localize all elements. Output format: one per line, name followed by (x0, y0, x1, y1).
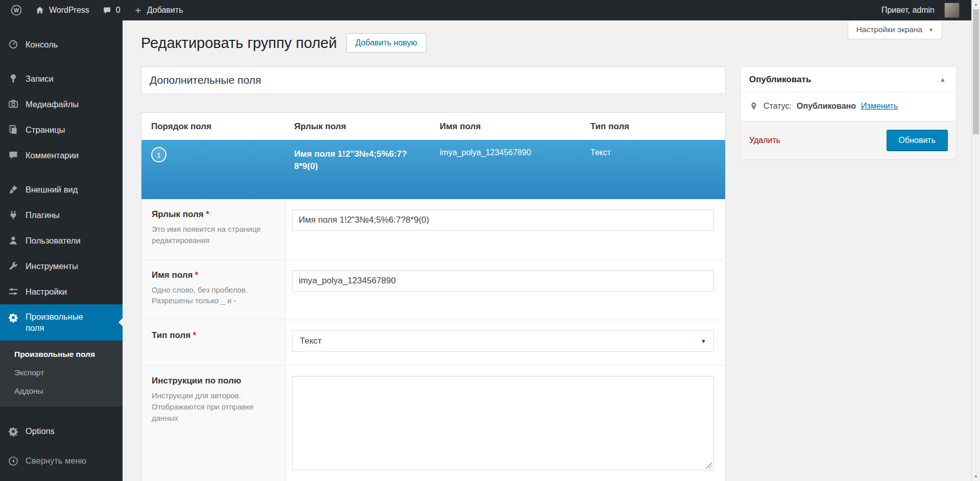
comments-shortcut[interactable]: 0 (96, 0, 127, 20)
editor-column: Порядок поля Ярлык поля Имя поля Тип пол… (141, 66, 726, 481)
sidebar-item-dashboard[interactable]: Консоль (0, 32, 123, 57)
main-content: Настройки экрана ▼ Редактировать группу … (123, 20, 971, 481)
site-name-link[interactable]: WordPress (29, 0, 96, 20)
gear-icon (8, 426, 19, 437)
publishing-actions: Удалить Обновить (741, 121, 956, 159)
form-row-input-cell (285, 199, 725, 259)
dashboard-icon (8, 39, 19, 50)
column-header-label: Ярлык поля (294, 122, 440, 132)
field-type-select[interactable]: Текст ▼ (292, 330, 714, 352)
pages-icon (8, 124, 19, 135)
chevron-down-icon: ▼ (928, 27, 934, 33)
gear-icon (8, 312, 19, 323)
publish-title: Опубликовать (749, 75, 811, 85)
add-new-button[interactable]: Добавить новую (346, 33, 426, 53)
field-label-input[interactable] (292, 209, 714, 231)
user-avatar (944, 3, 960, 18)
sidebar-item-label: Options (26, 426, 55, 436)
column-header-name: Имя поля (440, 122, 590, 132)
edit-status-link[interactable]: Изменить (861, 102, 898, 111)
custom-fields-submenu: Произвольные поля Экспорт Аддоны (0, 341, 123, 406)
sidebar-item-label: Консоль (26, 40, 58, 50)
screen-options-tab[interactable]: Настройки экрана ▼ (848, 20, 942, 39)
sidebar-item-media[interactable]: Медиафайлы (0, 91, 123, 117)
group-title-input[interactable] (141, 66, 726, 94)
sidebar-column: Опубликовать ▲ Статус: Опубликовано Изме… (740, 66, 957, 160)
media-icon (8, 99, 19, 110)
home-icon (35, 6, 44, 15)
field-instructions-textarea[interactable] (292, 376, 714, 470)
field-name-description: Одно слово, без пробелов. Разрешены толь… (152, 284, 275, 307)
scroll-up-icon[interactable]: ▲ (972, 0, 980, 9)
form-row-field-type: Тип поля * Текст ▼ (141, 320, 725, 365)
sidebar-item-plugins[interactable]: Плагины (0, 202, 123, 228)
plus-icon (134, 6, 142, 15)
field-instructions-description: Инструкции для авторов. Отображаются при… (152, 390, 275, 423)
submenu-item-label: Произвольные поля (14, 350, 95, 358)
collapse-toggle-icon[interactable]: ▲ (938, 74, 948, 85)
comments-icon (8, 150, 19, 161)
scroll-down-icon[interactable]: ▼ (972, 472, 980, 481)
form-row-field-name: Имя поля * Одно слово, без пробелов. Раз… (141, 259, 725, 320)
wp-logo-menu[interactable]: W (4, 0, 29, 20)
scrollbar-thumb[interactable] (973, 9, 979, 134)
sidebar-item-tools[interactable]: Инструменты (0, 253, 123, 279)
sidebar-item-users[interactable]: Пользователи (0, 228, 123, 253)
fields-table-header: Порядок поля Ярлык поля Имя поля Тип пол… (141, 113, 725, 140)
new-content-menu[interactable]: Добавить (127, 0, 190, 20)
textarea-resize-handle[interactable] (706, 462, 712, 469)
update-button[interactable]: Обновить (887, 130, 948, 151)
collapse-menu-label: Свернуть меню (26, 456, 86, 466)
site-name-label: WordPress (49, 6, 89, 15)
svg-text:W: W (14, 8, 19, 13)
vertical-scrollbar[interactable]: ▲ ▼ (971, 0, 980, 481)
sidebar-item-custom-fields[interactable]: Произвольные поля (0, 304, 123, 341)
sidebar-item-label: Пользователи (26, 236, 81, 246)
plugin-icon (8, 209, 19, 221)
sidebar-item-label: Плагины (26, 210, 60, 220)
my-account-menu[interactable]: Привет, admin (875, 3, 966, 18)
field-row-name: imya_polya_1234567890 (440, 148, 590, 199)
new-content-label: Добавить (147, 6, 183, 15)
field-label-description: Это имя появится на странице редактирова… (152, 224, 275, 246)
status-value: Опубликовано (797, 102, 856, 111)
field-label-title: Ярлык поля (152, 209, 204, 219)
page-title: Редактировать группу полей (141, 35, 337, 52)
sidebar-item-comments[interactable]: Комментарии (0, 142, 123, 168)
submenu-item-custom-fields[interactable]: Произвольные поля (0, 345, 123, 364)
comments-count: 0 (116, 6, 121, 15)
required-marker: * (195, 271, 198, 279)
sidebar-item-settings[interactable]: Настройки (0, 279, 123, 304)
pushpin-icon (8, 73, 19, 84)
admin-sidebar: Консоль Записи Медиафайлы Страницы Комме… (0, 20, 123, 481)
field-row[interactable]: 1 Имя поля 1!2"3№4;5%6:7?8*9(0) imya_pol… (141, 140, 725, 199)
form-row-label-cell: Ярлык поля * Это имя появится на страниц… (141, 199, 285, 259)
tools-icon (8, 260, 19, 272)
delete-link[interactable]: Удалить (749, 136, 780, 145)
sidebar-item-label: Комментарии (26, 151, 79, 160)
sidebar-item-label: Записи (26, 74, 54, 84)
admin-bar: W WordPress 0 Добавить Привет, admin (0, 0, 971, 20)
field-name-input[interactable] (292, 270, 714, 292)
sidebar-item-appearance[interactable]: Внешний вид (0, 177, 123, 202)
field-type-selected-value: Текст (300, 336, 322, 346)
sidebar-item-options[interactable]: Options (0, 419, 123, 444)
screen-options-label: Настройки экрана (856, 25, 922, 34)
collapse-menu-button[interactable]: Свернуть меню (0, 448, 123, 474)
column-header-order: Порядок поля (151, 122, 294, 132)
select-arrow-icon: ▼ (701, 338, 706, 344)
column-header-type: Тип поля (590, 122, 725, 132)
submenu-item-label: Экспорт (14, 368, 44, 377)
greeting-label: Привет, admin (881, 6, 935, 15)
form-row-label-cell: Тип поля * (141, 320, 285, 365)
status-label: Статус: (763, 102, 792, 111)
required-marker: * (193, 331, 196, 340)
sidebar-item-pages[interactable]: Страницы (0, 117, 123, 142)
publish-metabox-header: Опубликовать ▲ (741, 67, 956, 92)
submenu-item-addons[interactable]: Аддоны (0, 382, 123, 400)
field-row-label: Имя поля 1!2"3№4;5%6:7?8*9(0) (294, 148, 440, 199)
sidebar-item-posts[interactable]: Записи (0, 66, 123, 91)
submenu-item-export[interactable]: Экспорт (0, 364, 123, 382)
wordpress-logo-icon: W (11, 5, 22, 16)
wordpress-admin-page: W WordPress 0 Добавить Привет, admin (0, 0, 980, 481)
